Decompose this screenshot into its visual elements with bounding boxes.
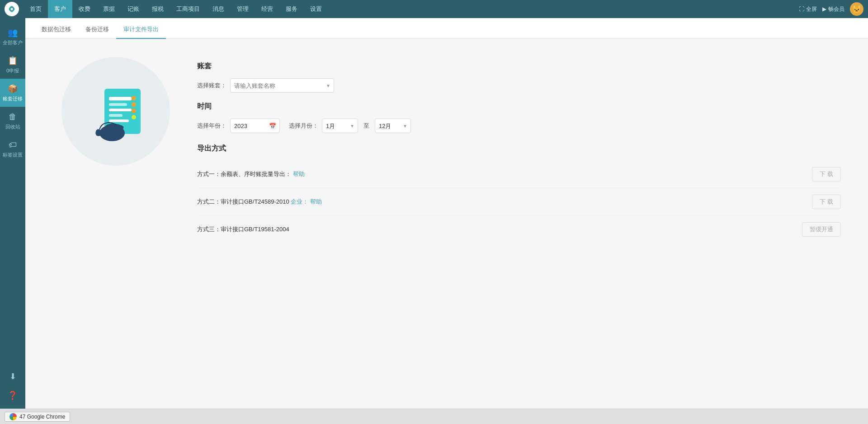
method-3-open-button[interactable]: 暂缓开通 (802, 222, 841, 237)
tab-data-migration[interactable]: 数据包迁移 (34, 21, 78, 39)
method-1-download-button[interactable]: 下 载 (812, 167, 841, 181)
sidebar-item-declaration[interactable]: 📋 0申报 (0, 51, 25, 79)
nav-manage[interactable]: 管理 (231, 0, 255, 18)
page-content: 账套 选择账套： ▼ 时间 选择年份： 📅 选择月份： (25, 39, 868, 409)
sidebar-label-tags: 标签设置 (3, 152, 23, 158)
app-logo (5, 2, 19, 16)
fullscreen-button[interactable]: ⛶ 全屏 (799, 5, 817, 13)
illustration (52, 57, 179, 166)
avatar[interactable]: 🐱 (850, 2, 863, 16)
nav-operation[interactable]: 经营 (255, 0, 279, 18)
form-section: 账套 选择账套： ▼ 时间 选择年份： 📅 选择月份： (179, 57, 841, 243)
svg-rect-5 (109, 114, 123, 117)
taskbar-chrome[interactable]: 47 Google Chrome (5, 412, 70, 422)
nav-business[interactable]: 工商项目 (170, 0, 206, 18)
method-1-help-link[interactable]: 帮助 (293, 171, 305, 177)
tab-backup-migration[interactable]: 备份迁移 (78, 21, 116, 39)
nav-settings[interactable]: 设置 (304, 0, 328, 18)
method-row-3: 方式三：审计接口GB/T19581-2004 暂缓开通 (197, 216, 841, 243)
tab-bar: 数据包迁移 备份迁移 审计文件导出 (25, 18, 868, 39)
account-row: 选择账套： ▼ (197, 78, 841, 93)
tab-audit-export[interactable]: 审计文件导出 (116, 21, 166, 39)
method-1-text: 方式一：余额表、序时账批量导出： (197, 171, 291, 177)
method-2-download-button[interactable]: 下 载 (812, 195, 841, 209)
month-end-select[interactable]: 1月2月3月 4月5月6月 7月8月9月 10月11月12月 (375, 119, 411, 133)
trash-icon: 🗑 (7, 111, 18, 122)
svg-rect-6 (109, 119, 129, 122)
migration-icon: 📦 (7, 83, 18, 94)
nav-message[interactable]: 消息 (206, 0, 231, 18)
svg-rect-4 (109, 109, 132, 111)
method-row-2: 方式二：审计接口GB/T24589-2010 企业： 帮助 下 载 (197, 188, 841, 216)
nav-accounting[interactable]: 记账 (121, 0, 146, 18)
method-1-label: 方式一：余额表、序时账批量导出： 帮助 (197, 170, 305, 178)
svg-point-10 (132, 115, 136, 119)
taskbar: 47 Google Chrome (0, 409, 868, 424)
fullscreen-label: 全屏 (806, 5, 817, 13)
sidebar-label-trash: 回收站 (5, 124, 20, 130)
method-2-company-link[interactable]: 企业： (291, 198, 308, 205)
export-section-title: 导出方式 (197, 144, 841, 153)
method-2-label: 方式二：审计接口GB/T24589-2010 企业： 帮助 (197, 198, 322, 206)
illustration-circle (61, 57, 170, 166)
method-2-text: 方式二：审计接口GB/T24589-2010 (197, 198, 289, 205)
year-input-wrap: 📅 (230, 119, 280, 133)
method-row-1: 方式一：余额表、序时账批量导出： 帮助 下 载 (197, 161, 841, 188)
svg-point-8 (132, 102, 136, 107)
fullscreen-icon: ⛶ (799, 6, 804, 12)
chrome-icon (9, 413, 17, 420)
sidebar-item-customers[interactable]: 👥 全部客户 (0, 23, 25, 51)
nav-customer[interactable]: 客户 (48, 0, 72, 18)
nav-fee[interactable]: 收费 (72, 0, 97, 18)
sidebar: 👥 全部客户 📋 0申报 📦 账套迁移 🗑 回收站 🏷 标签设置 ⬇ ❓ (0, 18, 25, 409)
method-2-help-link[interactable]: 帮助 (310, 198, 322, 205)
nav-invoice[interactable]: 票据 (97, 0, 121, 18)
account-section-title: 账套 (197, 62, 841, 71)
svg-point-7 (132, 96, 136, 100)
month-end-wrap: 1月2月3月 4月5月6月 7月8月9月 10月11月12月 ▼ (375, 119, 411, 133)
month-start-select[interactable]: 1月2月3月 4月5月6月 7月8月9月 10月11月12月 (322, 119, 358, 133)
sidebar-item-trash[interactable]: 🗑 回收站 (0, 107, 25, 135)
year-label: 选择年份： (197, 122, 226, 130)
svg-point-0 (11, 8, 13, 10)
nav-tax[interactable]: 报税 (146, 0, 170, 18)
main-layout: 👥 全部客户 📋 0申报 📦 账套迁移 🗑 回收站 🏷 标签设置 ⬇ ❓ 数据包… (0, 18, 868, 409)
method-3-label: 方式三：审计接口GB/T19581-2004 (197, 225, 289, 233)
customers-icon: 👥 (7, 27, 18, 38)
account-label: 选择账套： (197, 81, 226, 90)
top-nav: 首页 客户 收费 票据 记账 报税 工商项目 消息 管理 经营 服务 设置 ⛶ … (0, 0, 868, 18)
sidebar-label-declaration: 0申报 (6, 67, 19, 74)
svg-rect-2 (109, 97, 132, 100)
account-select-wrap: ▼ (230, 78, 334, 93)
content-area: 数据包迁移 备份迁移 审计文件导出 (25, 18, 868, 409)
month-start-wrap: 1月2月3月 4月5月6月 7月8月9月 10月11月12月 ▼ (322, 119, 358, 133)
method-3-text: 方式三：审计接口GB/T19581-2004 (197, 226, 289, 233)
month-label: 选择月份： (289, 122, 318, 130)
time-section-title: 时间 (197, 102, 841, 111)
svg-point-9 (132, 109, 136, 113)
year-input[interactable] (230, 119, 280, 133)
sidebar-bottom-help[interactable]: ❓ (4, 387, 21, 404)
member-label: 畅会员 (828, 5, 844, 13)
time-row: 选择年份： 📅 选择月份： 1月2月3月 4月5月6月 7月8月9月 10月11… (197, 119, 841, 133)
member-button[interactable]: ▶ 畅会员 (822, 5, 844, 13)
account-input[interactable] (230, 78, 334, 93)
sidebar-label-customers: 全部客户 (3, 39, 23, 46)
nav-service[interactable]: 服务 (279, 0, 304, 18)
nav-items: 首页 客户 收费 票据 记账 报税 工商项目 消息 管理 经营 服务 设置 (24, 0, 799, 18)
tags-icon: 🏷 (7, 139, 18, 150)
declaration-icon: 📋 (7, 55, 18, 66)
to-text: 至 (363, 122, 369, 130)
sidebar-bottom: ⬇ ❓ (4, 368, 21, 409)
svg-rect-3 (109, 103, 127, 106)
sidebar-label-migration: 账套迁移 (3, 95, 23, 102)
nav-right: ⛶ 全屏 ▶ 畅会员 🐱 (799, 2, 863, 16)
sidebar-bottom-download[interactable]: ⬇ (6, 368, 20, 385)
sidebar-item-tags[interactable]: 🏷 标签设置 (0, 135, 25, 163)
taskbar-chrome-label: 47 Google Chrome (19, 414, 65, 420)
nav-home[interactable]: 首页 (24, 0, 48, 18)
export-section: 导出方式 方式一：余额表、序时账批量导出： 帮助 下 载 方式二：审计接口GB/… (197, 144, 841, 243)
sidebar-item-migration[interactable]: 📦 账套迁移 (0, 79, 25, 107)
member-icon: ▶ (822, 6, 826, 12)
illustration-svg (80, 75, 152, 148)
